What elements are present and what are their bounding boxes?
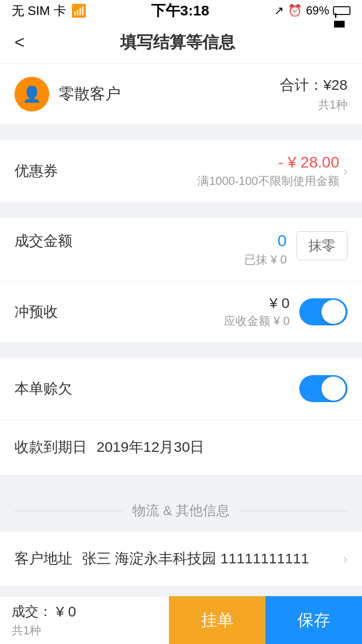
due-date-value[interactable]: 2019年12月30日 [97, 437, 204, 457]
coupon-section[interactable]: 优惠券 - ¥ 28.00 满1000-100不限制使用金额 › [0, 140, 362, 202]
location-icon: ↗ [274, 4, 284, 17]
debt-toggle-knob [321, 377, 346, 401]
coupon-right: - ¥ 28.00 满1000-100不限制使用金额 [197, 154, 339, 189]
bottom-bar: 成交： ¥ 0 共1种 挂单 保存 [0, 596, 362, 644]
customer-name: 零散客户 [59, 84, 121, 105]
nav-bar: < 填写结算等信息 [0, 21, 362, 64]
logistics-line-left [14, 511, 123, 511]
bottom-info: 成交： ¥ 0 共1种 [0, 596, 169, 644]
prepay-amount: ¥ 0 [224, 295, 290, 311]
customer-count: 共1种 [280, 97, 348, 112]
customer-section: 👤 零散客户 合计：¥28 共1种 [0, 64, 362, 125]
deal-value[interactable]: 0 [244, 231, 287, 250]
debt-section: 本单赊欠 收款到期日 2019年12月30日 [0, 358, 362, 475]
due-date-label: 收款到期日 [14, 437, 87, 457]
avatar-icon: 👤 [22, 85, 42, 103]
coupon-label: 优惠券 [14, 161, 58, 181]
logistics-line-right [239, 511, 348, 511]
carrier-text: 无 SIM 卡 [12, 2, 66, 19]
customer-total: 合计：¥28 [280, 75, 348, 95]
bottom-count: 共1种 [12, 623, 157, 638]
status-right: ↗ ⏰ 69% [274, 4, 350, 17]
deal-amount-row: 成交金额 0 已抹 ¥ 0 抹零 [0, 218, 362, 281]
customer-row: 👤 零散客户 合计：¥28 共1种 [0, 64, 362, 125]
logistics-title: 物流 & 其他信息 [132, 502, 230, 520]
status-bar: 无 SIM 卡 📶 下午3:18 ↗ ⏰ 69% [0, 0, 362, 21]
save-button[interactable]: 保存 [265, 596, 362, 644]
logistics-header: 物流 & 其他信息 [0, 490, 362, 532]
divider-2 [0, 210, 362, 218]
main-content: 👤 零散客户 合计：¥28 共1种 优惠券 - ¥ 28.00 满1000-10… [0, 64, 362, 644]
prepay-label: 冲预收 [14, 302, 58, 322]
alarm-icon: ⏰ [288, 4, 302, 17]
debt-toggle[interactable] [299, 375, 348, 402]
address-chevron-icon: › [343, 551, 348, 567]
coupon-right-wrap: - ¥ 28.00 满1000-100不限制使用金额 › [197, 154, 348, 189]
bottom-deal-label: 成交： [12, 602, 52, 621]
address-section[interactable]: 客户地址 张三 海淀永丰科技园 11111111111 › [0, 532, 362, 586]
battery-text: 69% [306, 4, 329, 17]
customer-left: 👤 零散客户 [14, 77, 121, 112]
prepay-toggle[interactable] [299, 298, 348, 325]
bottom-deal-value: ¥ 0 [56, 603, 76, 620]
coupon-chevron-icon: › [343, 164, 348, 179]
bottom-deal: 成交： ¥ 0 [12, 602, 157, 621]
prepay-row: 冲预收 ¥ 0 应收金额 ¥ 0 [0, 281, 362, 342]
wifi-icon: 📶 [71, 3, 86, 18]
debt-label: 本单赊欠 [14, 379, 72, 399]
due-date-row: 收款到期日 2019年12月30日 [0, 420, 362, 475]
prepay-receivable: 应收金额 ¥ 0 [224, 313, 290, 329]
divider-4 [0, 482, 362, 490]
debt-row: 本单赊欠 [0, 358, 362, 420]
coupon-desc: 满1000-100不限制使用金额 [197, 173, 339, 189]
deal-value-wrap: 0 已抹 ¥ 0 [244, 231, 287, 267]
prepay-right: ¥ 0 应收金额 ¥ 0 [224, 295, 348, 329]
deal-amount-label: 成交金额 [14, 231, 72, 251]
deal-rounded: 已抹 ¥ 0 [244, 252, 287, 267]
round-zero-button[interactable]: 抹零 [296, 231, 348, 260]
deal-right: 0 已抹 ¥ 0 抹零 [244, 231, 348, 267]
address-value: 张三 海淀永丰科技园 11111111111 [82, 549, 339, 569]
toggle-knob [321, 300, 346, 324]
coupon-amount: - ¥ 28.00 [197, 154, 339, 171]
address-label: 客户地址 [14, 549, 72, 569]
hold-button[interactable]: 挂单 [169, 596, 265, 644]
coupon-row[interactable]: 优惠券 - ¥ 28.00 满1000-100不限制使用金额 › [0, 140, 362, 202]
divider-1 [0, 132, 362, 140]
customer-right: 合计：¥28 共1种 [280, 75, 348, 112]
deal-section: 成交金额 0 已抹 ¥ 0 抹零 冲预收 ¥ 0 应收金额 ¥ 0 [0, 218, 362, 342]
prepay-values: ¥ 0 应收金额 ¥ 0 [224, 295, 290, 329]
page-title: 填写结算等信息 [34, 31, 320, 54]
address-row[interactable]: 客户地址 张三 海淀永丰科技园 11111111111 › [0, 532, 362, 586]
status-time: 下午3:18 [151, 1, 209, 21]
status-left: 无 SIM 卡 📶 [12, 2, 86, 19]
divider-3 [0, 350, 362, 358]
customer-avatar: 👤 [14, 77, 49, 112]
back-button[interactable]: < [14, 32, 25, 53]
battery-icon [333, 6, 350, 15]
